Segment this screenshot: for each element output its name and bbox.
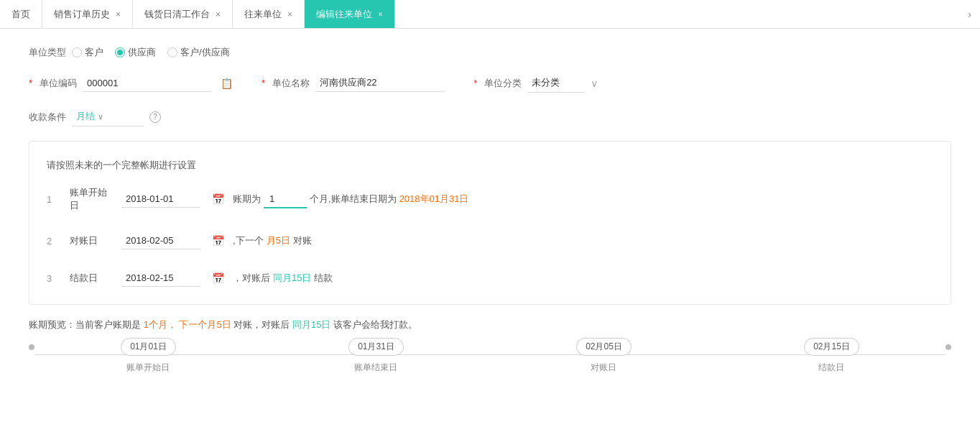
unit-type-radio-group: 客户 供应商 客户/供应商 xyxy=(72,46,230,59)
preview-part1: 1个月， xyxy=(144,319,177,330)
unit-name-input[interactable] xyxy=(315,75,445,92)
timeline-left-dot xyxy=(29,344,34,350)
radio-both-label: 客户/供应商 xyxy=(180,46,230,59)
period-month5-highlight: 月5日 xyxy=(267,234,290,247)
period-num-1: 1 xyxy=(47,194,61,205)
timeline-label-4: 结款日 xyxy=(818,362,844,374)
unit-category-label: 单位分类 xyxy=(484,77,522,90)
radio-customer[interactable]: 客户 xyxy=(72,46,103,59)
payment-terms-label: 收款条件 xyxy=(29,111,66,124)
payment-terms-chevron-icon: ∨ xyxy=(98,112,103,121)
unit-category-dropdown-icon[interactable]: ∨ xyxy=(591,78,598,89)
timeline-node-2: 01月31日 账单结束日 xyxy=(348,338,404,356)
payment-terms-row: 收款条件 月结 ∨ ? xyxy=(29,107,951,126)
timeline-node-1: 01月01日 账单开始日 xyxy=(121,338,176,356)
tab-partner-label: 往来单位 xyxy=(244,8,282,21)
main-content: 单位类型 客户 供应商 客户/供应商 * 单位编码 xyxy=(0,29,980,437)
period-same-month-highlight: 同月15日 xyxy=(273,272,311,285)
help-icon[interactable]: ? xyxy=(149,111,161,123)
timeline-line: 01月01日 账单开始日 01月31日 账单结束日 02月05日 对账日 02月… xyxy=(34,354,946,355)
unit-code-field: * 单位编码 📋 xyxy=(29,75,233,92)
period-num-2: 2 xyxy=(47,236,61,247)
timeline-node-3: 02月05日 对账日 xyxy=(576,338,632,356)
period-label-3: 结款日 xyxy=(70,272,113,285)
radio-customer-label: 客户 xyxy=(85,46,103,59)
tab-sales-history-label: 销售订单历史 xyxy=(54,8,110,21)
preview-part2: 下一个月5日 xyxy=(179,319,231,330)
period-end-date-highlight: 2018年01月31日 xyxy=(399,193,469,206)
period-desc-3: ，对账后 同月15日 结款 xyxy=(233,272,333,285)
timeline-badge-2: 01月31日 xyxy=(348,338,404,356)
tab-home[interactable]: 首页 xyxy=(0,0,42,28)
close-partner-icon[interactable]: × xyxy=(287,9,292,19)
period-row-1: 1 账单开始日 2018-01-01 📅 账期为 个月,账单结束日期为 2018… xyxy=(47,186,933,212)
radio-supplier-circle xyxy=(115,47,125,58)
close-cash-workbench-icon[interactable]: × xyxy=(216,9,221,19)
payment-terms-field: 收款条件 月结 ∨ ? xyxy=(29,107,161,126)
tab-sales-history[interactable]: 销售订单历史 × xyxy=(42,0,133,28)
timeline-container: 01月01日 账单开始日 01月31日 账单结束日 02月05日 对账日 02月… xyxy=(29,347,951,362)
unit-name-field: * 单位名称 xyxy=(262,75,445,92)
unit-name-label: 单位名称 xyxy=(272,77,310,90)
period-date-1: 2018-01-01 xyxy=(121,190,200,208)
period-desc-prefix-2: ,下一个 xyxy=(233,234,264,247)
tab-home-label: 首页 xyxy=(11,8,30,21)
period-label-2: 对账日 xyxy=(70,234,113,247)
timeline-node-4: 02月15日 结款日 xyxy=(804,338,859,356)
unit-type-label: 单位类型 xyxy=(29,46,66,59)
period-row-3: 3 结款日 2018-02-15 📅 ，对账后 同月15日 结款 xyxy=(47,270,933,287)
radio-supplier-label: 供应商 xyxy=(128,46,156,59)
unit-category-field: * 单位分类 未分类 ∨ xyxy=(473,73,598,93)
unit-code-star: * xyxy=(29,78,32,88)
period-desc-prefix-1: 账期为 xyxy=(233,193,261,206)
period-date-3: 2018-02-15 xyxy=(121,270,200,287)
period-desc-suffix-2: 对账 xyxy=(293,234,312,247)
period-section: 请按照未来的一个完整帐期进行设置 1 账单开始日 2018-01-01 📅 账期… xyxy=(29,141,951,305)
tab-cash-workbench-label: 钱货日清工作台 xyxy=(144,8,210,21)
unit-code-label: 单位编码 xyxy=(40,77,77,90)
preview-part4: 同月15日 xyxy=(292,319,330,330)
timeline-label-1: 账单开始日 xyxy=(126,362,170,374)
timeline-badge-4: 02月15日 xyxy=(804,338,859,356)
radio-both-circle xyxy=(167,47,177,58)
period-cal-icon-1[interactable]: 📅 xyxy=(212,193,224,205)
unit-code-copy-icon[interactable]: 📋 xyxy=(221,78,233,89)
tab-bar: 首页 销售订单历史 × 钱货日清工作台 × 往来单位 × 编辑往来单位 × › xyxy=(0,0,980,29)
tab-edit-partner-label: 编辑往来单位 xyxy=(316,8,372,21)
radio-supplier[interactable]: 供应商 xyxy=(115,46,156,59)
timeline: 01月01日 账单开始日 01月31日 账单结束日 02月05日 对账日 02月… xyxy=(29,354,951,355)
payment-terms-value: 月结 xyxy=(76,110,95,123)
timeline-label-2: 账单结束日 xyxy=(354,362,397,374)
unit-type-row: 单位类型 客户 供应商 客户/供应商 xyxy=(29,46,951,59)
timeline-badge-1: 01月01日 xyxy=(121,338,176,356)
tab-partner[interactable]: 往来单位 × xyxy=(233,0,305,28)
period-cal-icon-3[interactable]: 📅 xyxy=(212,272,224,284)
period-label-1: 账单开始日 xyxy=(70,186,113,212)
preview-text: 账期预览：当前客户账期是 1个月， 下一个月5日 对账，对账后 同月15日 该客… xyxy=(29,316,951,333)
period-num-3: 3 xyxy=(47,273,61,284)
close-edit-partner-icon[interactable]: × xyxy=(378,9,383,19)
radio-customer-circle xyxy=(72,47,82,58)
period-desc-2: ,下一个 月5日 对账 xyxy=(233,234,312,247)
period-desc-1: 账期为 个月,账单结束日期为 2018年01月31日 xyxy=(233,190,468,208)
period-date-2: 2018-02-05 xyxy=(121,232,200,249)
period-cal-icon-2[interactable]: 📅 xyxy=(212,235,224,247)
unit-info-row: * 单位编码 📋 * 单位名称 * 单位分类 未分类 ∨ xyxy=(29,73,951,93)
tab-arrow[interactable]: › xyxy=(959,9,980,20)
period-months-input[interactable] xyxy=(264,190,307,208)
close-sales-history-icon[interactable]: × xyxy=(116,9,121,19)
preview-label: 账期预览：当前客户账期是 xyxy=(29,319,141,330)
period-desc-suffix-1: 个月,账单结束日期为 xyxy=(310,193,397,206)
unit-code-input[interactable] xyxy=(83,75,212,92)
period-desc-prefix-3: ，对账后 xyxy=(233,272,270,285)
tab-cash-workbench[interactable]: 钱货日清工作台 × xyxy=(133,0,233,28)
tab-edit-partner[interactable]: 编辑往来单位 × xyxy=(305,0,395,28)
radio-both[interactable]: 客户/供应商 xyxy=(167,46,230,59)
timeline-right-dot xyxy=(946,344,951,350)
timeline-label-3: 对账日 xyxy=(591,362,616,374)
payment-terms-select[interactable]: 月结 ∨ xyxy=(72,107,144,126)
period-desc-suffix-3: 结款 xyxy=(314,272,333,285)
preview-part5: 该客户会给我打款。 xyxy=(333,319,417,330)
unit-category-value: 未分类 xyxy=(527,73,585,93)
unit-category-star: * xyxy=(473,78,477,88)
